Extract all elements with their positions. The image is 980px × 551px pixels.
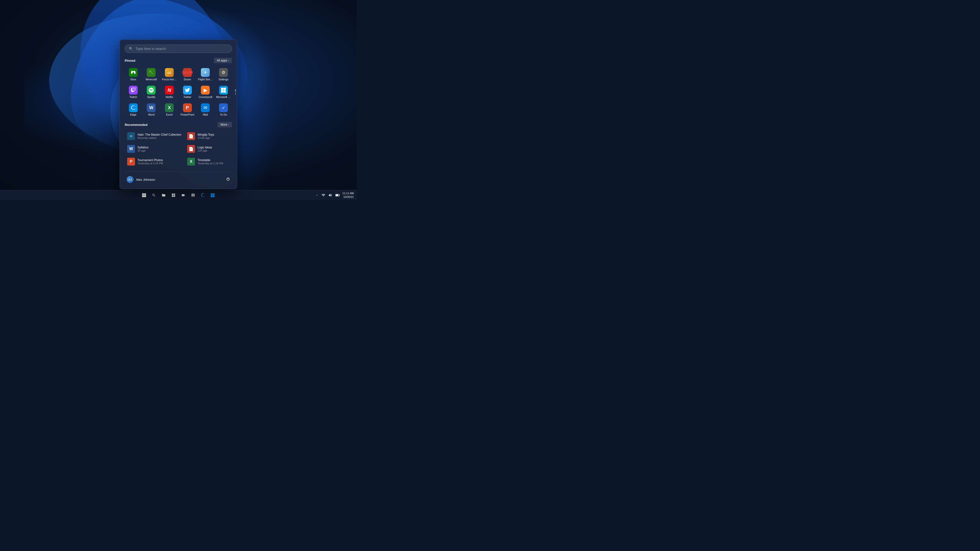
more-button[interactable]: More › — [218, 122, 232, 127]
search-input[interactable] — [135, 47, 228, 51]
logo-ideas-text: Logo Ideas 12h ago — [197, 146, 229, 152]
search-bar[interactable]: 🔍 — [125, 44, 232, 53]
flight-simulator-label: Flight Simulator — [198, 78, 213, 81]
app-excel[interactable]: X Excel — [161, 102, 178, 118]
xbox-icon — [129, 68, 138, 77]
app-forza[interactable]: 🏎 Forza Horizon 4 — [161, 66, 178, 83]
all-apps-button[interactable]: All apps › — [214, 58, 232, 63]
rec-syllabus[interactable]: W Syllabus 2h ago — [125, 143, 184, 155]
taskbar-edge-button[interactable] — [199, 191, 207, 200]
taskbar-edge-icon — [201, 193, 205, 197]
taskbar-search-button[interactable] — [150, 191, 158, 200]
forza-label: Forza Horizon 4 — [162, 78, 177, 81]
taskbar-store-button[interactable] — [208, 191, 217, 200]
rec-logo-ideas[interactable]: 📄 Logo Ideas 12h ago — [185, 143, 232, 155]
app-twitter[interactable]: Twitter — [179, 84, 196, 100]
wifi-button[interactable] — [320, 191, 326, 200]
app-mail[interactable]: ✉ Mail — [197, 102, 214, 118]
taskbar-teams-button[interactable] — [179, 191, 188, 200]
taskbar-file-explorer-button[interactable] — [159, 191, 168, 200]
app-flight-simulator[interactable]: ✈ Flight Simulator — [197, 66, 214, 83]
settings-icon: ⚙ — [219, 68, 228, 77]
svg-rect-1 — [336, 194, 338, 196]
wingtip-time: 17min ago — [197, 137, 229, 139]
app-settings[interactable]: ⚙ Settings — [215, 66, 232, 83]
app-minecraft[interactable]: ⛏ Minecraft — [143, 66, 160, 83]
taskbar-store-icon — [211, 193, 215, 197]
halo-name: Halo: The Master Chief Collection — [137, 133, 181, 137]
app-microsoft-store[interactable]: Microsoft Store — [215, 84, 232, 100]
edge-label: Edge — [130, 113, 137, 116]
taskbar-right: 11:11 AM 10/20/21 — [315, 191, 357, 200]
rec-halo[interactable]: H Halo: The Master Chief Collection Rece… — [125, 130, 184, 142]
rec-wingtip[interactable]: 📄 Wingtip Toys 17min ago — [185, 130, 232, 142]
battery-button[interactable] — [334, 191, 341, 200]
taskbar-widgets-button[interactable] — [169, 191, 178, 200]
app-netflix[interactable]: N Netflix — [161, 84, 178, 100]
page-indicator — [235, 90, 236, 95]
user-avatar: AJ — [127, 176, 134, 183]
taskbar-center — [140, 191, 217, 200]
wingtip-text: Wingtip Toys 17min ago — [197, 133, 229, 139]
wingtip-icon: 📄 — [187, 132, 195, 140]
crunchyroll-icon: ▶ — [201, 86, 210, 95]
netflix-icon: N — [165, 86, 174, 95]
mail-label: Mail — [203, 113, 208, 116]
taskbar-clock[interactable]: 11:11 AM 10/20/21 — [342, 192, 354, 198]
wingtip-name: Wingtip Toys — [197, 133, 229, 137]
timetable-text: Timetable Yesterday at 1:15 PM — [197, 159, 229, 165]
syllabus-text: Syllabus 2h ago — [137, 146, 181, 152]
start-button[interactable] — [140, 191, 148, 200]
recommended-section-header: Recommended More › — [125, 122, 232, 127]
app-twitch[interactable]: Twitch — [125, 84, 142, 100]
page-dot-2 — [235, 92, 236, 92]
recommended-label: Recommended — [125, 123, 148, 127]
syllabus-time: 2h ago — [137, 149, 181, 152]
minecraft-icon: ⛏ — [147, 68, 156, 77]
teams-icon — [181, 193, 185, 197]
pinned-app-grid: Xbox ⛏ Minecraft 🏎 Forza Horizon 4 DOOM … — [125, 66, 232, 118]
logo-ideas-time: 12h ago — [197, 149, 229, 152]
twitter-icon — [183, 86, 192, 95]
app-powerpoint[interactable]: P PowerPoint — [179, 102, 196, 118]
spotify-label: Spotify — [147, 95, 156, 98]
clock-date: 10/20/21 — [342, 195, 354, 198]
powerpoint-icon: P — [183, 103, 192, 112]
word-label: Word — [148, 113, 154, 116]
app-doom[interactable]: DOOM Doom — [179, 66, 196, 83]
volume-icon — [328, 193, 332, 197]
app-crunchyroll[interactable]: ▶ Crunchyroll — [197, 84, 214, 100]
battery-icon — [336, 194, 340, 197]
system-tray-expand-button[interactable] — [315, 192, 320, 198]
app-todo[interactable]: ✓ To Do — [215, 102, 232, 118]
microsoft-store-icon — [219, 86, 228, 95]
start-menu: 🔍 Pinned All apps › Xbox ⛏ Minecraft 🏎 F… — [119, 40, 237, 189]
chevron-up-icon — [316, 194, 318, 196]
app-spotify[interactable]: Spotify — [143, 84, 160, 100]
rec-timetable[interactable]: X Timetable Yesterday at 1:15 PM — [185, 156, 232, 167]
windows-icon — [142, 193, 146, 197]
edge-icon — [129, 103, 138, 112]
pinned-section-header: Pinned All apps › — [125, 58, 232, 63]
chevron-right-more-icon: › — [228, 123, 229, 126]
timetable-name: Timetable — [197, 159, 229, 162]
tournament-photos-text: Tournament Photos Yesterday at 4:24 PM — [137, 159, 181, 165]
page-dot-3 — [235, 94, 236, 95]
wifi-icon — [321, 193, 325, 197]
power-button[interactable] — [224, 176, 232, 183]
app-edge[interactable]: Edge — [125, 102, 142, 118]
taskbar: 11:11 AM 10/20/21 — [0, 190, 357, 200]
netflix-label: Netflix — [165, 95, 173, 98]
todo-icon: ✓ — [219, 103, 228, 112]
taskbar-files-icon — [191, 193, 195, 197]
halo-icon: H — [127, 132, 135, 140]
volume-button[interactable] — [327, 191, 333, 200]
logo-ideas-icon: 📄 — [187, 145, 195, 153]
taskbar-files-button[interactable] — [189, 191, 197, 200]
app-xbox[interactable]: Xbox — [125, 66, 142, 83]
user-profile[interactable]: AJ Alex Johnson — [125, 175, 157, 184]
clock-time: 11:11 AM — [342, 192, 354, 195]
rec-tournament-photos[interactable]: P Tournament Photos Yesterday at 4:24 PM — [125, 156, 184, 167]
power-icon — [226, 177, 230, 182]
app-word[interactable]: W Word — [143, 102, 160, 118]
